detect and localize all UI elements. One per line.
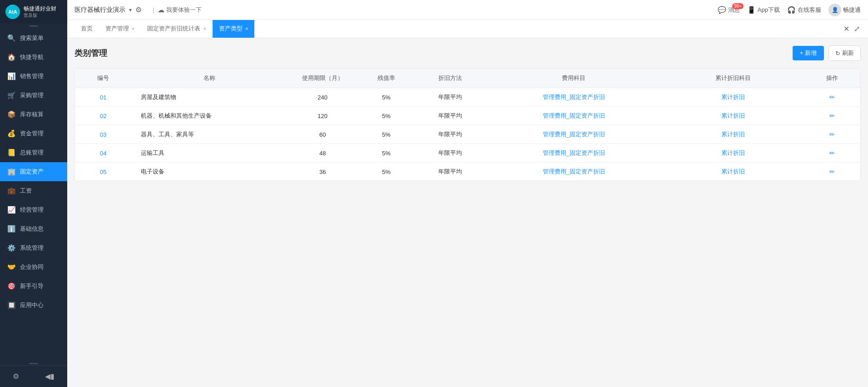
company-title: 医疗器械行业演示 (74, 6, 125, 14)
user-action[interactable]: 👤 畅捷通 (828, 4, 861, 16)
sidebar-item-label: 库存核算 (20, 110, 44, 119)
settings-button[interactable]: ⚙ (10, 369, 22, 383)
new-button[interactable]: + 新增 (793, 46, 824, 60)
experience-button[interactable]: ☁ 我要体验一下 (158, 6, 202, 14)
sidebar-item-label: 采购管理 (20, 91, 44, 99)
sidebar-item-label: 系统管理 (20, 244, 44, 252)
sidebar-item-inventory[interactable]: 📦 库存核算 (0, 105, 67, 124)
app-download-action[interactable]: 📱 App下载 (747, 6, 780, 14)
cell-action: ✏ (804, 88, 860, 107)
sidebar-item-basic-info[interactable]: ℹ️ 基础信息 (0, 219, 67, 238)
cell-accum: 累计折旧 (662, 88, 804, 107)
col-header-name: 名称 (132, 69, 288, 88)
sidebar-item-sales[interactable]: 📊 销售管理 (0, 67, 67, 86)
finance-icon: 💰 (7, 129, 15, 138)
table-row: 01 房屋及建筑物 240 5% 年限平均 管理费用_固定资产折旧 累计折旧 ✏ (75, 88, 860, 107)
edit-button[interactable]: ✏ (829, 94, 835, 101)
guide-icon: 🎯 (7, 282, 15, 290)
cell-accum: 累计折旧 (662, 125, 804, 144)
operations-icon: 📈 (7, 206, 15, 214)
close-window-button[interactable]: ✕ (843, 24, 850, 34)
edit-button[interactable]: ✏ (829, 149, 835, 157)
sidebar-item-apps[interactable]: 🔲 应用中心 (0, 296, 67, 315)
cell-name: 机器、机械和其他生产设备 (132, 107, 288, 125)
dropdown-icon[interactable]: ▾ (129, 7, 132, 13)
data-table: 编号 名称 使用期限（月） 残值率 折旧方法 费用科目 累计折旧科目 操作 01… (74, 68, 861, 181)
cell-action: ✏ (804, 125, 860, 144)
cell-code: 03 (75, 125, 132, 144)
sidebar-item-finance[interactable]: 💰 资金管理 (0, 124, 67, 143)
sidebar-item-guide[interactable]: 🎯 新手引导 (0, 277, 67, 296)
fixed-assets-icon: 🏢 (7, 168, 15, 176)
sidebar-item-label: 应用中心 (20, 301, 44, 309)
col-header-action: 操作 (804, 69, 860, 88)
tab-close-depreciation[interactable]: × (203, 26, 206, 31)
message-icon: 💬 (718, 6, 726, 14)
service-icon: 🎧 (787, 6, 796, 14)
scroll-up-indicator (29, 25, 38, 27)
col-header-residual: 残值率 (358, 69, 415, 88)
sidebar-item-system[interactable]: ⚙️ 系统管理 (0, 238, 67, 258)
tabs-list: 首页 资产管理 × 固定资产折旧统计表 × 资产类型 × (74, 20, 254, 38)
edit-button[interactable]: ✏ (829, 131, 835, 138)
sidebar-item-operations[interactable]: 📈 经营管理 (0, 200, 67, 219)
search-icon: 🔍 (7, 34, 15, 42)
cell-period: 120 (287, 107, 358, 125)
table-row: 05 电子设备 36 5% 年限平均 管理费用_固定资产折旧 累计折旧 ✏ (75, 163, 860, 181)
download-icon: 📱 (747, 6, 756, 14)
sidebar-item-fixed-assets[interactable]: 🏢 固定资产 (0, 162, 67, 181)
message-action[interactable]: 💬 消息 99+ (718, 6, 740, 14)
cell-residual: 5% (358, 163, 415, 181)
col-header-method: 折旧方法 (415, 69, 486, 88)
sidebar-item-quick-nav[interactable]: 🏠 快捷导航 (0, 48, 67, 67)
sidebar-item-search[interactable]: 🔍 搜索菜单 (0, 29, 67, 48)
cell-period: 60 (287, 125, 358, 144)
cell-accum: 累计折旧 (662, 144, 804, 163)
settings-icon[interactable]: ⚙ (135, 5, 142, 14)
sidebar-item-ledger[interactable]: 📒 总账管理 (0, 143, 67, 162)
logo-icon: AtA (5, 5, 20, 19)
refresh-button[interactable]: ↻ 刷新 (828, 45, 861, 61)
maximize-window-button[interactable]: ⤢ (853, 24, 861, 34)
cell-period: 240 (287, 88, 358, 107)
cell-accum: 累计折旧 (662, 107, 804, 125)
cell-expense: 管理费用_固定资产折旧 (485, 163, 662, 181)
table-body: 01 房屋及建筑物 240 5% 年限平均 管理费用_固定资产折旧 累计折旧 ✏… (75, 88, 860, 181)
tab-depreciation-table[interactable]: 固定资产折旧统计表 × (141, 20, 212, 38)
tabs-controls: ✕ ⤢ (843, 24, 861, 34)
cell-expense: 管理费用_固定资产折旧 (485, 107, 662, 125)
table-row: 04 运输工具 48 5% 年限平均 管理费用_固定资产折旧 累计折旧 ✏ (75, 144, 860, 163)
sidebar-item-purchase[interactable]: 🛒 采购管理 (0, 86, 67, 105)
col-header-period: 使用期限（月） (287, 69, 358, 88)
ledger-icon: 📒 (7, 149, 15, 157)
tab-close-asset-mgmt[interactable]: × (132, 26, 134, 31)
app-name: 畅捷通好业财 (24, 5, 56, 13)
sidebar-item-enterprise[interactable]: 🤝 企业协同 (0, 258, 67, 277)
tabs-bar: 首页 资产管理 × 固定资产折旧统计表 × 资产类型 × ✕ ⤢ (67, 20, 868, 38)
header-actions: + 新增 ↻ 刷新 (793, 45, 861, 61)
cell-residual: 5% (358, 144, 415, 163)
edit-button[interactable]: ✏ (829, 168, 835, 175)
tab-home[interactable]: 首页 (74, 20, 99, 38)
online-service-action[interactable]: 🎧 在线客服 (787, 6, 821, 14)
tab-close-asset-type[interactable]: × (245, 26, 248, 31)
tab-asset-mgmt[interactable]: 资产管理 × (99, 20, 141, 38)
sidebar-item-label: 企业协同 (20, 263, 44, 271)
cell-method: 年限平均 (415, 125, 486, 144)
system-icon: ⚙️ (7, 244, 15, 252)
sidebar-item-payroll[interactable]: 💼 工资 (0, 181, 67, 200)
sidebar-item-label: 总账管理 (20, 149, 44, 157)
tab-asset-type[interactable]: 资产类型 × (213, 20, 254, 38)
cell-action: ✏ (804, 163, 860, 181)
cell-accum: 累计折旧 (662, 163, 804, 181)
purchase-icon: 🛒 (7, 91, 15, 99)
col-header-code: 编号 (75, 69, 132, 88)
cell-method: 年限平均 (415, 163, 486, 181)
sidebar-item-label: 销售管理 (20, 72, 44, 80)
topbar-left: 医疗器械行业演示 ▾ ⚙ | ☁ 我要体验一下 (74, 5, 202, 14)
enterprise-icon: 🤝 (7, 263, 15, 271)
cell-name: 运输工具 (132, 144, 288, 163)
collapse-sidebar-button[interactable]: ◀▮ (42, 369, 57, 383)
edit-button[interactable]: ✏ (829, 112, 835, 119)
cell-action: ✏ (804, 144, 860, 163)
